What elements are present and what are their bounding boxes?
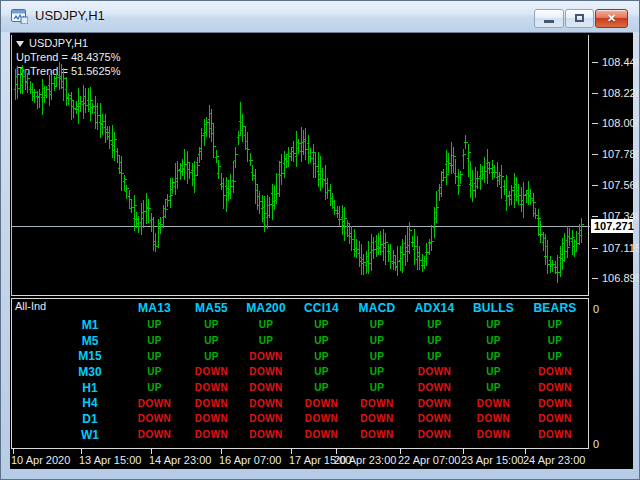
indicator-signal-cell: DOWN <box>360 429 393 440</box>
timeframe-label: D1 <box>82 412 97 426</box>
time-axis-label: 23 Apr 15:00 <box>461 454 523 466</box>
indicator-signal-cell: DOWN <box>305 413 338 424</box>
time-axis-label: 16 Apr 07:00 <box>219 454 281 466</box>
indicator-column-header: MA13 <box>138 301 171 315</box>
indicator-signal-cell: DOWN <box>538 413 571 424</box>
time-scale[interactable]: 10 Apr 202013 Apr 15:0014 Apr 23:0016 Ap… <box>10 451 633 470</box>
indicator-signal-cell: UP <box>548 351 563 362</box>
indicator-column-header: MA55 <box>195 301 228 315</box>
indicator-signal-cell: UP <box>314 382 329 393</box>
indicator-signal-cell: DOWN <box>249 366 282 377</box>
indicator-signal-cell: DOWN <box>195 366 228 377</box>
price-axis-label: 107.115 <box>602 242 640 254</box>
indicator-signal-cell: UP <box>314 366 329 377</box>
indicator-signal-cell: DOWN <box>249 413 282 424</box>
indicator-signal-cell: UP <box>370 382 385 393</box>
indicator-signal-cell: UP <box>204 351 219 362</box>
price-axis-label: 108.000 <box>602 117 640 129</box>
indicator-signal-cell: DOWN <box>418 413 451 424</box>
indicator-signal-cell: DOWN <box>538 398 571 409</box>
indicator-signal-cell: UP <box>370 366 385 377</box>
price-bars-svg <box>12 35 590 296</box>
indicator-signal-cell: DOWN <box>305 398 338 409</box>
price-axis-tick <box>592 62 598 63</box>
indicator-signal-cell: UP <box>548 335 563 346</box>
titlebar[interactable]: USDJPY,H1 ✕ <box>1 1 639 32</box>
indicator-signal-cell: UP <box>486 382 501 393</box>
time-axis-label: 22 Apr 07:00 <box>398 454 460 466</box>
indicator-signal-cell: UP <box>259 319 274 330</box>
indicator-signal-cell: DOWN <box>138 413 171 424</box>
indicator-signal-cell: DOWN <box>418 429 451 440</box>
indicator-level-label: 0 <box>593 303 599 315</box>
indicator-pane[interactable]: All-Ind MA13MA55MA200CCI14MACDADX14BULLS… <box>11 298 589 449</box>
indicator-signal-cell: UP <box>486 319 501 330</box>
indicator-signal-cell: UP <box>314 319 329 330</box>
indicator-signal-cell: DOWN <box>305 429 338 440</box>
indicator-column-header: MACD <box>359 301 396 315</box>
indicator-signal-cell: DOWN <box>360 413 393 424</box>
indicator-signal-cell: DOWN <box>418 366 451 377</box>
indicator-signal-cell: DOWN <box>249 351 282 362</box>
timeframe-label: M5 <box>82 334 99 348</box>
timeframe-label: M15 <box>78 349 101 363</box>
indicator-signal-cell: DOWN <box>195 382 228 393</box>
time-axis-label: 24 Apr 23:00 <box>523 454 585 466</box>
indicator-signal-cell: UP <box>486 335 501 346</box>
time-axis-label: 13 Apr 15:00 <box>79 454 141 466</box>
indicator-signal-cell: DOWN <box>195 413 228 424</box>
indicator-signal-cell: UP <box>314 335 329 346</box>
indicator-name-label: All-Ind <box>15 300 46 312</box>
indicator-signal-cell: DOWN <box>418 382 451 393</box>
close-button[interactable]: ✕ <box>595 9 628 28</box>
indicator-signal-cell: UP <box>370 335 385 346</box>
price-axis-label: 108.440 <box>602 56 640 68</box>
current-price-label: 107.271 <box>591 219 633 233</box>
price-axis-label: 107.780 <box>602 148 640 160</box>
price-chart-pane[interactable]: USDJPY,H1 UpTrend = 48.4375% DnTrend = 5… <box>11 35 589 296</box>
indicator-signal-cell: DOWN <box>538 429 571 440</box>
close-icon: ✕ <box>596 10 627 27</box>
indicator-signal-cell: UP <box>370 351 385 362</box>
indicator-signal-cell: UP <box>486 351 501 362</box>
timeframe-label: M30 <box>78 365 101 379</box>
timeframe-label: M1 <box>82 318 99 332</box>
indicator-signal-cell: DOWN <box>477 429 510 440</box>
price-axis-tick <box>592 185 598 186</box>
minimize-button[interactable] <box>534 9 564 28</box>
minimize-icon <box>544 20 554 23</box>
indicator-signal-cell: DOWN <box>538 366 571 377</box>
indicator-signal-cell: DOWN <box>249 429 282 440</box>
price-axis-tick <box>592 278 598 279</box>
price-axis-label: 106.895 <box>602 272 640 284</box>
indicator-signal-cell: UP <box>427 351 442 362</box>
indicator-column-header: BULLS <box>473 301 514 315</box>
indicator-column-header: MA200 <box>246 301 286 315</box>
indicator-signal-cell: DOWN <box>360 398 393 409</box>
indicator-signal-cell: UP <box>427 319 442 330</box>
price-axis-label: 107.560 <box>602 179 640 191</box>
indicator-signal-cell: UP <box>147 366 162 377</box>
timeframe-label: H1 <box>82 381 97 395</box>
indicator-signal-cell: DOWN <box>138 429 171 440</box>
price-axis-label: 108.220 <box>602 87 640 99</box>
time-axis-label: 20 Apr 23:00 <box>334 454 396 466</box>
indicator-signal-cell: DOWN <box>538 382 571 393</box>
indicator-signal-cell: UP <box>259 335 274 346</box>
price-scale[interactable]: 108.440108.220108.000107.780107.560107.3… <box>590 33 633 452</box>
price-axis-tick <box>592 154 598 155</box>
indicator-signal-cell: DOWN <box>249 398 282 409</box>
price-axis-tick <box>592 93 598 94</box>
indicator-signal-cell: UP <box>370 319 385 330</box>
price-axis-tick <box>592 248 598 249</box>
indicator-signal-cell: UP <box>147 319 162 330</box>
indicator-signal-cell: UP <box>147 335 162 346</box>
indicator-signal-cell: UP <box>147 382 162 393</box>
indicator-signal-cell: DOWN <box>477 398 510 409</box>
restore-icon <box>575 14 584 22</box>
indicator-signal-cell: UP <box>548 319 563 330</box>
chart-client-area: USDJPY,H1 UpTrend = 48.4375% DnTrend = 5… <box>10 32 633 469</box>
indicator-signal-cell: DOWN <box>249 382 282 393</box>
restore-button[interactable] <box>565 9 594 28</box>
timeframe-label: W1 <box>81 428 99 442</box>
